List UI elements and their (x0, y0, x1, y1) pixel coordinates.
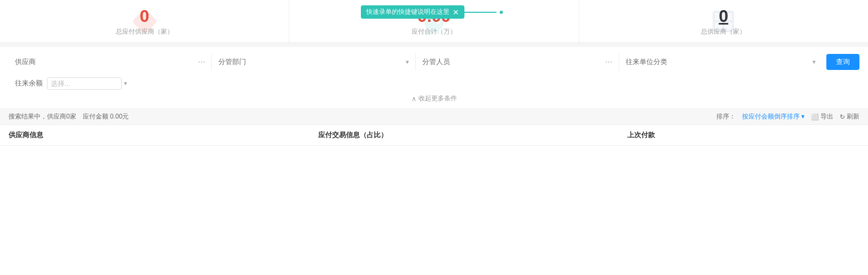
result-amount: 应付金额 0.00元 (83, 112, 129, 121)
svg-rect-6 (436, 30, 439, 34)
export-label: 导出 (820, 112, 833, 121)
svg-rect-8 (715, 13, 722, 20)
summary-item-total-payable-suppliers: 0 总应付供应商（家） (0, 0, 289, 42)
export-button[interactable]: ⬜ 导出 (811, 112, 833, 121)
table-header: 供应商信息 应付交易信息（占比） 上次付款 (0, 125, 868, 146)
department-input[interactable] (250, 58, 403, 66)
unit-class-label: 往来单位分类 (626, 57, 667, 67)
supplier-input[interactable] (47, 58, 196, 66)
person-label: 分管人员 (422, 57, 450, 67)
supplier-field: 供应商 ··· (9, 53, 212, 70)
box-icon (708, 6, 738, 36)
col-header-supplier-info: 供应商信息 (9, 130, 318, 140)
tooltip-bubble: 快速录单的快捷键说明在这里 ✕ (361, 5, 464, 19)
refresh-label: 刷新 (847, 112, 859, 121)
department-field: 分管部门 ▾ (212, 53, 415, 70)
unit-class-dropdown-icon[interactable]: ▾ (812, 58, 816, 66)
export-icon: ⬜ (811, 113, 819, 121)
col-header-transaction-info: 应付交易信息（占比） (318, 130, 628, 140)
collapse-up-icon: ∧ (412, 95, 416, 103)
svg-rect-11 (724, 22, 732, 30)
sort-selector[interactable]: 按应付会额倒序排序 ▾ (742, 112, 804, 121)
collapse-label: 收起更多条件 (419, 94, 457, 103)
query-button[interactable]: 查询 (826, 54, 859, 70)
filter-bar: 供应商 ··· 分管部门 ▾ 分管人员 ··· 往来单位分类 ▾ 查询 往来余额… (0, 47, 868, 109)
result-actions: 排序： 按应付会额倒序排序 ▾ ⬜ 导出 ↻ 刷新 (716, 112, 859, 121)
balance-input[interactable] (47, 77, 122, 90)
collapse-button[interactable]: ∧ 收起更多条件 (9, 92, 859, 104)
tooltip-close-button[interactable]: ✕ (453, 9, 459, 16)
tooltip-text: 快速录单的快捷键说明在这里 (366, 7, 449, 17)
unit-class-input[interactable] (672, 58, 810, 66)
department-label: 分管部门 (218, 57, 246, 67)
result-bar: 搜索结果中，供应商0家 应付金额 0.00元 排序： 按应付会额倒序排序 ▾ ⬜… (0, 109, 868, 125)
person-input[interactable] (454, 58, 603, 66)
refresh-icon: ↻ (840, 113, 845, 121)
refresh-button[interactable]: ↻ 刷新 (840, 112, 859, 121)
filter-row-2: 往来余额 ▾ (9, 75, 859, 92)
balance-label: 往来余额 (15, 78, 43, 88)
person-field: 分管人员 ··· (416, 53, 619, 70)
svg-rect-9 (724, 13, 732, 20)
table-body (0, 146, 868, 275)
summary-item-payable-total: 快速录单的快捷键说明在这里 ✕ 0.00 应付合计（万） (289, 0, 579, 42)
result-supplier-count: 搜索结果中，供应商0家 (9, 112, 76, 121)
department-dropdown-icon[interactable]: ▾ (406, 58, 409, 66)
sort-label: 排序： (716, 112, 736, 121)
sort-value-text: 按应付会额倒序排序 (742, 113, 800, 120)
supplier-ellipsis-button[interactable]: ··· (198, 57, 205, 67)
sort-dropdown-icon: ▾ (801, 113, 804, 120)
summary-item-total-suppliers: 0 总供应商（家） (579, 0, 868, 42)
balance-dropdown-icon[interactable]: ▾ (124, 80, 127, 87)
diamond-icon (131, 7, 159, 35)
col-header-last-payment: 上次付款 (627, 130, 859, 140)
filter-row-1: 供应商 ··· 分管部门 ▾ 分管人员 ··· 往来单位分类 ▾ 查询 (9, 53, 859, 70)
tooltip-dot (499, 10, 504, 15)
summary-bar: 0 总应付供应商（家） 快速录单的快捷键说明在这里 ✕ 0.00 应付合计（万） (0, 0, 868, 43)
result-summary: 搜索结果中，供应商0家 应付金额 0.00元 (9, 112, 129, 121)
svg-rect-5 (429, 30, 432, 34)
unit-class-field: 往来单位分类 ▾ (619, 53, 822, 70)
svg-rect-10 (715, 22, 722, 30)
person-ellipsis-button[interactable]: ··· (605, 57, 612, 67)
svg-point-4 (437, 21, 440, 24)
supplier-label: 供应商 (15, 57, 43, 67)
